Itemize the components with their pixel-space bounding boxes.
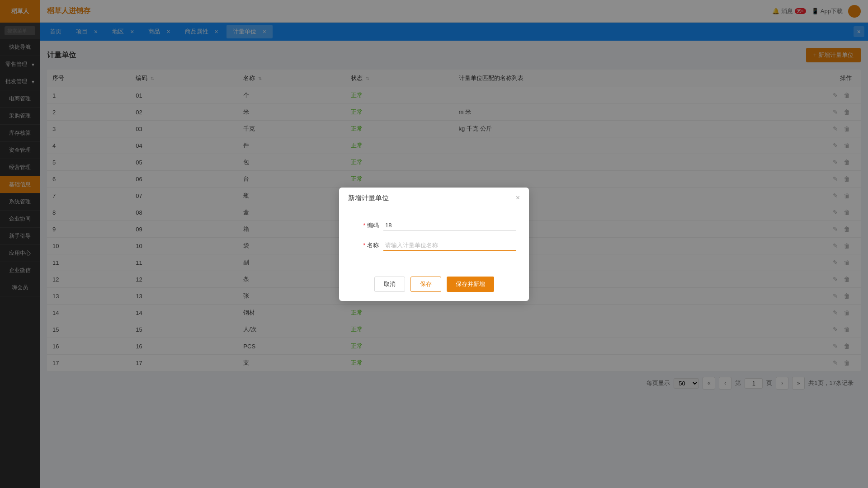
modal-title: 新增计量单位 xyxy=(348,194,389,202)
modal-body: 编码 名称 xyxy=(339,209,529,271)
modal-close-button[interactable]: × xyxy=(516,194,520,202)
name-label: 名称 xyxy=(352,241,379,249)
add-unit-modal: 新增计量单位 × 编码 名称 取消 保存 保存并新增 xyxy=(339,188,529,301)
name-input[interactable] xyxy=(383,240,516,251)
form-item-name: 名称 xyxy=(352,240,516,251)
modal-overlay[interactable]: 新增计量单位 × 编码 名称 取消 保存 保存并新增 xyxy=(0,0,868,488)
modal-footer: 取消 保存 保存并新增 xyxy=(339,271,529,301)
save-button[interactable]: 保存 xyxy=(410,277,441,292)
form-item-code: 编码 xyxy=(352,220,516,231)
cancel-button[interactable]: 取消 xyxy=(374,277,405,292)
code-label: 编码 xyxy=(352,221,379,230)
save-and-new-button[interactable]: 保存并新增 xyxy=(447,277,494,292)
modal-header: 新增计量单位 × xyxy=(339,188,529,209)
code-input[interactable] xyxy=(383,220,516,231)
